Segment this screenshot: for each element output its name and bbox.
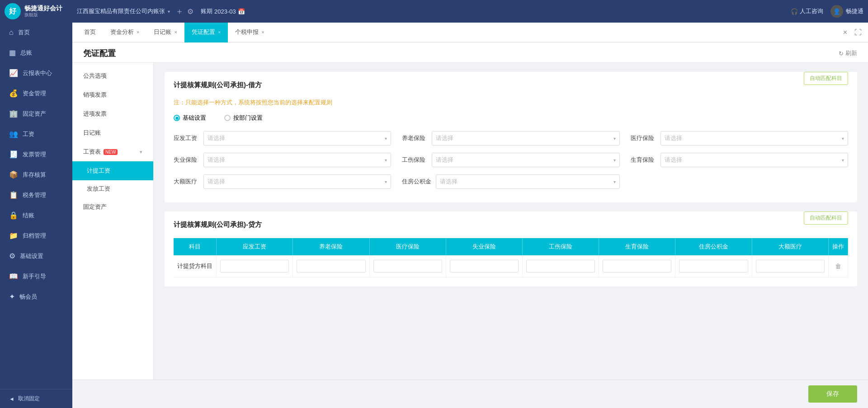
company-selector[interactable]: 江西服宝精品有限责任公司内账张 ▾ bbox=[77, 7, 170, 15]
tab-funds-label: 资金分析 bbox=[110, 28, 134, 36]
unpin-button[interactable]: ◄ 取消固定 bbox=[0, 389, 72, 408]
cell-medical-input[interactable] bbox=[369, 255, 446, 277]
sidebar-label-assets: 固定资产 bbox=[23, 110, 46, 118]
table-header: 科目 应发工资 养老保险 医疗保险 失业保险 工伤保险 生育保险 住房公积金 大 bbox=[174, 238, 848, 255]
cell-injury-input[interactable] bbox=[523, 255, 599, 277]
select-unemployment[interactable]: 请选择 ▾ bbox=[203, 153, 391, 167]
radio-department[interactable]: 按部门设置 bbox=[224, 114, 263, 122]
refresh-button[interactable]: ↻ 刷新 bbox=[839, 49, 857, 57]
cell-delete[interactable]: 🗑 bbox=[828, 255, 848, 277]
sidebar-item-base[interactable]: ⚙ 基础设置 bbox=[0, 246, 72, 266]
save-button[interactable]: 保存 bbox=[808, 385, 857, 403]
refresh-icon: ↻ bbox=[839, 50, 844, 57]
support-button[interactable]: 🎧 人工咨询 bbox=[791, 7, 823, 15]
radio-basic[interactable]: 基础设置 bbox=[174, 114, 206, 122]
input-maternity[interactable] bbox=[603, 260, 671, 272]
input-medical[interactable] bbox=[373, 260, 442, 272]
radio-basic-label: 基础设置 bbox=[183, 114, 206, 122]
left-nav-journal[interactable]: 日记账 bbox=[72, 123, 153, 142]
select-major-medical-arrow: ▾ bbox=[385, 179, 387, 184]
tab-tax[interactable]: 个税申报 × bbox=[228, 23, 271, 42]
col-gross: 应发工资 bbox=[217, 238, 293, 255]
input-housing[interactable] bbox=[679, 260, 748, 272]
cell-gross-input[interactable] bbox=[217, 255, 293, 277]
left-nav-payroll-table[interactable]: 工资表 NEW ▾ bbox=[72, 142, 153, 161]
funds-icon: 💰 bbox=[9, 89, 18, 98]
select-housing-arrow: ▾ bbox=[613, 179, 616, 184]
auto-match-credit-button[interactable]: 自动匹配科目 bbox=[804, 211, 848, 225]
select-gross-salary[interactable]: 请选择 ▾ bbox=[203, 131, 391, 145]
tab-voucher-config-close[interactable]: × bbox=[218, 29, 221, 35]
sidebar-item-archive[interactable]: 📁 归档管理 bbox=[0, 225, 72, 246]
left-nav-public[interactable]: 公共选项 bbox=[72, 66, 153, 85]
sidebar-item-ledger[interactable]: ▦ 总账 bbox=[0, 42, 72, 63]
col-housing: 住房公积金 bbox=[675, 238, 752, 255]
close-tab-icon[interactable]: × bbox=[841, 27, 849, 38]
input-major-medical[interactable] bbox=[756, 260, 825, 272]
settings-icon[interactable]: ⚙ bbox=[187, 7, 193, 16]
input-pension[interactable] bbox=[297, 260, 365, 272]
tab-journal[interactable]: 日记账 × bbox=[146, 23, 184, 42]
select-medical[interactable]: 请选择 ▾ bbox=[660, 131, 848, 145]
sidebar-item-inventory[interactable]: 📦 库存核算 bbox=[0, 164, 72, 185]
sidebar-label-invoice: 发票管理 bbox=[23, 150, 46, 159]
tab-tax-close[interactable]: × bbox=[261, 29, 264, 35]
tab-home-label: 首页 bbox=[84, 28, 96, 36]
tab-voucher-config[interactable]: 凭证配置 × bbox=[184, 23, 228, 42]
sidebar-item-invoice[interactable]: 🧾 发票管理 bbox=[0, 144, 72, 164]
cell-unemployment-input[interactable] bbox=[446, 255, 522, 277]
calendar-icon[interactable]: 📅 bbox=[238, 8, 245, 15]
select-pension[interactable]: 请选择 ▾ bbox=[432, 131, 619, 145]
tab-funds[interactable]: 资金分析 × bbox=[103, 23, 146, 42]
period-selector[interactable]: 账期 2023-03 📅 bbox=[201, 7, 245, 15]
credit-table-section: 科目 应发工资 养老保险 医疗保险 失业保险 工伤保险 生育保险 住房公积金 大 bbox=[174, 238, 848, 277]
left-nav-purchase[interactable]: 进项发票 bbox=[72, 104, 153, 123]
left-nav-sales[interactable]: 销项发票 bbox=[72, 85, 153, 104]
section1-note: 注：只能选择一种方式，系统将按照您当前的选择来配置规则 bbox=[174, 98, 848, 107]
left-nav-payroll-release[interactable]: 发放工资 bbox=[72, 180, 153, 197]
auto-match-debit-button[interactable]: 自动匹配科目 bbox=[804, 72, 848, 85]
section-credit: 计提核算规则(公司承担)-贷方 自动匹配科目 科目 应发工资 养老保险 bbox=[165, 211, 857, 286]
sidebar-label-base: 基础设置 bbox=[20, 252, 43, 260]
sidebar-item-vip[interactable]: ✦ 畅会员 bbox=[0, 286, 72, 307]
support-label: 人工咨询 bbox=[800, 7, 823, 15]
tab-funds-close[interactable]: × bbox=[137, 29, 139, 35]
sidebar-item-home[interactable]: ⌂ 首页 bbox=[0, 23, 72, 42]
form-item-pension: 养老保险 请选择 ▾ bbox=[402, 131, 619, 145]
tab-journal-close[interactable]: × bbox=[174, 29, 177, 35]
input-injury[interactable] bbox=[526, 260, 595, 272]
sidebar-item-guide[interactable]: 📖 新手引导 bbox=[0, 266, 72, 286]
sidebar-item-salary[interactable]: 👥 工资 bbox=[0, 124, 72, 144]
input-gross[interactable] bbox=[220, 260, 289, 272]
select-maternity[interactable]: 请选择 ▾ bbox=[660, 153, 848, 167]
close-period-icon: 🔒 bbox=[9, 211, 18, 220]
sidebar-item-funds[interactable]: 💰 资金管理 bbox=[0, 83, 72, 103]
add-tab-button[interactable]: ＋ bbox=[175, 6, 184, 17]
cell-housing-input[interactable] bbox=[675, 255, 752, 277]
expand-payroll-icon[interactable]: ▾ bbox=[140, 149, 142, 155]
section-debit: 计提核算规则(公司承担)-借方 自动匹配科目 注：只能选择一种方式，系统将按照您… bbox=[165, 72, 857, 202]
tab-home[interactable]: 首页 bbox=[77, 23, 103, 42]
sidebar-item-tax[interactable]: 📋 税务管理 bbox=[0, 185, 72, 205]
sidebar-item-close[interactable]: 🔒 结账 bbox=[0, 205, 72, 225]
input-unemployment[interactable] bbox=[450, 260, 519, 272]
user-menu[interactable]: 👤 畅捷通 bbox=[830, 5, 863, 18]
cell-pension-input[interactable] bbox=[293, 255, 369, 277]
sidebar-item-assets[interactable]: 🏢 固定资产 bbox=[0, 103, 72, 124]
left-nav-fixed-assets[interactable]: 固定资产 bbox=[72, 197, 153, 216]
select-injury[interactable]: 请选择 ▾ bbox=[432, 153, 619, 167]
select-housing[interactable]: 请选择 ▾ bbox=[436, 174, 619, 189]
app-name: 畅捷通好会计 bbox=[24, 5, 62, 12]
select-major-medical[interactable]: 请选择 ▾ bbox=[203, 174, 391, 189]
select-medical-arrow: ▾ bbox=[842, 136, 844, 141]
cell-major-medical-input[interactable] bbox=[752, 255, 828, 277]
left-nav-payroll-accrual[interactable]: 计提工资 bbox=[72, 161, 153, 180]
cell-maternity-input[interactable] bbox=[599, 255, 675, 277]
expand-icon[interactable]: ⛶ bbox=[853, 27, 863, 38]
delete-icon[interactable]: 🗑 bbox=[835, 263, 841, 270]
company-dropdown-icon[interactable]: ▾ bbox=[168, 9, 170, 14]
label-pension: 养老保险 bbox=[402, 134, 427, 142]
sidebar-item-reports[interactable]: 📈 云报表中心 bbox=[0, 63, 72, 83]
form-item-maternity: 生育保险 请选择 ▾ bbox=[631, 153, 848, 167]
vip-icon: ✦ bbox=[9, 292, 15, 301]
